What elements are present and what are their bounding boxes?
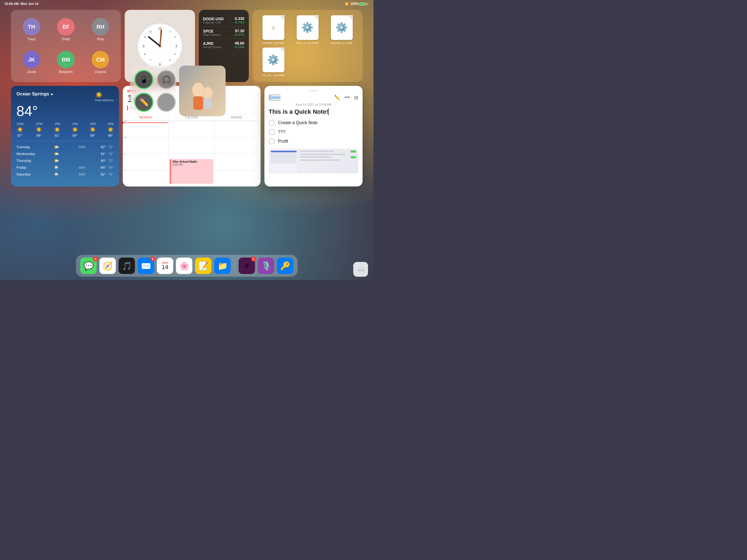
contact-name-emily: Emily <box>62 37 70 41</box>
calendar-col-tuesday: TUESDAY After School Radio 6:00 PM <box>169 114 215 186</box>
screenshot-sidebar <box>269 149 299 173</box>
dock-messages[interactable]: 💬 3 <box>80 258 97 274</box>
svg-text:3: 3 <box>175 44 177 48</box>
status-right: 📶 100% ⚡ <box>345 2 369 6</box>
contact-jacob[interactable]: JK Jacob <box>23 51 40 74</box>
time: 10:06 AM <box>4 2 19 6</box>
weather-temperature: 84° <box>17 103 113 119</box>
sidebar-item-2 <box>271 155 297 157</box>
contact-tracy[interactable]: TH Tracy <box>23 18 40 41</box>
screenshot-row-3 <box>300 156 331 158</box>
screenshot-row-2 <box>300 154 345 155</box>
svg-text:1: 1 <box>169 30 171 33</box>
calendar-event-afterschool[interactable]: After School Radio 6:00 PM <box>170 159 213 184</box>
dock-notes[interactable]: 📝 <box>195 258 212 274</box>
stock-item-doge[interactable]: DOGE-USD Dogecoin USD 0.330 +6.76% <box>203 14 244 27</box>
stock-name-spce: Virgin Galactic... <box>203 33 223 36</box>
stock-item-spce[interactable]: SPCE Virgin Galactic... 37.30 +6.27% <box>203 27 244 39</box>
dock-mail[interactable]: ✉️ 6 <box>138 258 154 274</box>
dock-calendar[interactable]: MON 14 <box>157 258 173 274</box>
notes-compose-icon[interactable]: ✏️ <box>334 95 340 101</box>
stock-change-doge: +6.76% <box>234 21 244 24</box>
dock-podcasts[interactable]: 🎙️ <box>258 258 274 274</box>
time-line-12: 12 <box>123 137 169 137</box>
hourly-4pm: 4PM ☀️ 88° <box>107 123 113 137</box>
control-headphone-btn[interactable]: 🎧 <box>157 70 176 89</box>
forecast-tuesday: Tuesday 🌤️ 50% 92° 74° <box>17 144 113 150</box>
svg-rect-21 <box>204 98 212 109</box>
svg-text:8: 8 <box>144 53 146 55</box>
checklist-item-3[interactable]: Profit <box>269 138 358 144</box>
clock-svg: 12 3 6 9 1 2 4 5 7 8 10 11 <box>137 23 183 69</box>
contact-name-rory: Rory <box>97 37 104 41</box>
forecast-saturday: Saturday 🌦️ 60% 82° 76° <box>17 172 113 177</box>
notes-gallery-icon[interactable]: ⊞ <box>354 95 358 101</box>
stock-info-ajrd: AJRD Aerojet Rocket... <box>203 41 223 49</box>
weather-widget[interactable]: Ocean Springs ➤ ☀️ Heat advisory 84° 11A… <box>11 86 119 186</box>
dock-findermaps[interactable]: 🔑 <box>277 258 293 274</box>
control-tablet-btn[interactable]: 📱 <box>134 70 153 89</box>
hourly-2pm: 2PM ☀️ 89° <box>72 123 78 137</box>
notes-done-button[interactable]: Done <box>269 95 280 101</box>
sidebar-item-4 <box>271 159 297 161</box>
checklist-item-2[interactable]: ??? <box>269 129 358 135</box>
notes-title: This is a Quick Note! <box>269 108 358 116</box>
weather-location-container: Ocean Springs ➤ <box>17 91 53 97</box>
time-line-1: 1 <box>123 154 169 154</box>
dock-safari[interactable]: 🧭 <box>100 258 116 274</box>
contact-rory[interactable]: RH Rory <box>92 18 109 41</box>
stock-ticker-ajrd: AJRD <box>203 41 223 46</box>
hourly-11am: 11AM ☀️ 87° <box>17 123 24 137</box>
dock-photos[interactable]: 🌸 <box>176 258 192 274</box>
weather-forecast: Tuesday 🌤️ 50% 92° 74° Wednesday 🌤️ 91° … <box>17 144 113 177</box>
svg-point-18 <box>192 82 204 98</box>
notes-toolbar: Done ✏️ ••• ⊞ <box>269 95 358 101</box>
screenshot-toggle-2 <box>351 156 356 158</box>
stock-price-value-doge: 0.330 <box>235 17 244 21</box>
contact-emily[interactable]: EF Emily <box>57 18 75 41</box>
keyboard-button[interactable]: ⌨️ <box>353 262 368 277</box>
control-photo-overlay <box>283 10 363 65</box>
photo-widget[interactable] <box>179 66 226 116</box>
calendar-col-monday: MONDAY 11 12 1 2 <box>123 114 169 186</box>
notes-checklist: Create a Quick Note ??? Profit <box>269 120 358 144</box>
forecast-friday: Friday 🌦️ 40% 84° 76° <box>17 165 113 170</box>
weather-right-header: ☀️ Heat advisory <box>95 91 113 102</box>
time-line-11: 11 <box>123 121 169 121</box>
weather-advisory: Heat advisory <box>95 98 113 102</box>
dock-files[interactable]: 📁 <box>214 258 231 274</box>
stock-item-ajrd[interactable]: AJRD Aerojet Rocket... 49.60 +0.18% <box>203 39 244 51</box>
svg-text:9: 9 <box>143 44 145 48</box>
notes-handle <box>308 90 318 91</box>
battery-percent: 100% <box>350 2 359 6</box>
file-icon-9to5mac: 📋 <box>262 15 284 40</box>
now-line <box>123 123 169 123</box>
messages-badge: 3 <box>93 256 98 261</box>
check-circle-3[interactable] <box>269 138 275 144</box>
sidebar-item-active <box>271 151 297 152</box>
notes-screenshot-preview <box>269 149 358 173</box>
notes-widget[interactable]: Done ✏️ ••• ⊞ June 14, 2021 at 10:06 AM … <box>264 86 363 186</box>
svg-text:10: 10 <box>144 35 146 38</box>
contacts-widget[interactable]: TH Tracy EF Emily RH Rory JK Jacob BM Be… <box>11 10 121 82</box>
weather-location: Ocean Springs ➤ <box>17 91 53 97</box>
checklist-item-1[interactable]: Create a Quick Note <box>269 120 358 126</box>
hourly-1pm: 1PM ☀️ 91° <box>54 123 60 137</box>
weather-hourly: 11AM ☀️ 87° 12PM ☀️ 89° 1PM ☀️ 91° 2PM ☀… <box>17 123 113 141</box>
control-center-widget[interactable]: 📱 🎧 ✏️ <box>130 66 176 116</box>
notes-more-icon[interactable]: ••• <box>344 95 350 101</box>
stock-name-doge: Dogecoin USD <box>203 21 224 24</box>
event-time-afterschool: 6:00 PM <box>172 163 212 166</box>
contact-chance[interactable]: CM Chance <box>92 51 109 74</box>
notes-actions: ✏️ ••• ⊞ <box>334 95 358 101</box>
dock-separator <box>235 259 235 273</box>
dock-music[interactable]: 🎵 <box>119 258 135 274</box>
tl-w-11 <box>215 121 260 121</box>
dock-slack[interactable]: # 1 <box>239 258 255 274</box>
check-circle-1[interactable] <box>269 120 275 126</box>
stock-price-doge: 0.330 +6.76% <box>234 17 244 24</box>
tl-t-1 <box>169 154 214 154</box>
control-pencil-btn[interactable]: ✏️ <box>134 93 153 112</box>
contact-benjamin[interactable]: BM Benjamin <box>57 51 75 74</box>
check-circle-2[interactable] <box>269 129 275 135</box>
